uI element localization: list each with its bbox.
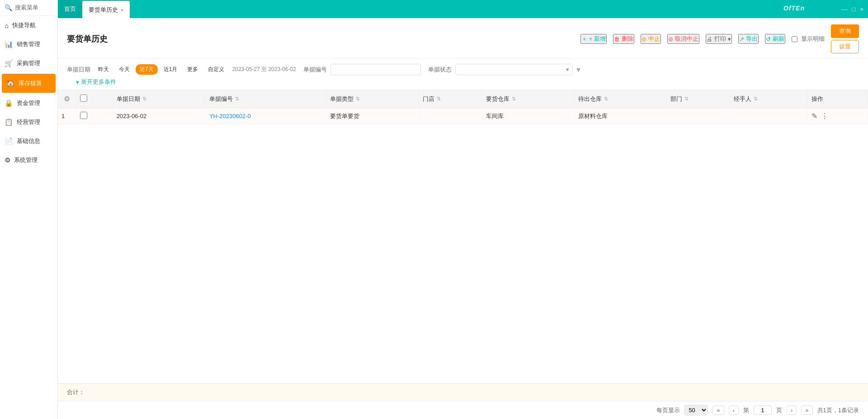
column-settings-icon[interactable]: ⚙ xyxy=(64,95,70,103)
tab-home-label: 首页 xyxy=(64,5,76,13)
prev-page-button[interactable]: ‹ xyxy=(729,405,739,415)
toolbar: ＋ + 新增 🗑 删除 ⊘ 中止 ⊘ 取消中止 🖨 打印 xyxy=(580,24,859,53)
row-pending-warehouse: 原材料仓库 xyxy=(574,108,666,124)
data-table: ⚙ 单据日期 ⇅ 单据编号 xyxy=(58,90,868,124)
sidebar-item-quick-nav[interactable]: ⌂ 快捷导航 xyxy=(0,16,57,35)
row-handler xyxy=(730,108,808,124)
tab-home[interactable]: 首页 xyxy=(58,0,82,18)
col-checkbox-header xyxy=(76,90,113,108)
print-icon: 🖨 xyxy=(707,36,712,43)
query-button[interactable]: 查询 xyxy=(831,24,859,38)
col-action-header: 操作 xyxy=(808,90,868,108)
cart-icon: 🛒 xyxy=(5,59,13,67)
more-action-icon[interactable]: ⋮ xyxy=(821,112,828,120)
sort-store-icon: ⇅ xyxy=(437,96,441,102)
sidebar-item-label: 资金管理 xyxy=(17,99,40,107)
date-btn-yesterday[interactable]: 昨天 xyxy=(94,64,113,75)
refresh-button[interactable]: ↺ 刷新 xyxy=(765,34,785,44)
maximize-button[interactable]: □ xyxy=(852,6,856,13)
page-size-select[interactable]: 20 50 100 xyxy=(684,405,708,415)
sidebar-item-system[interactable]: ⚙ 系统管理 xyxy=(0,151,57,170)
content-area: 要货单历史 ＋ + 新增 🗑 删除 ⊘ 中止 ⊘ 取消中止 xyxy=(58,18,868,419)
delete-button[interactable]: 🗑 删除 xyxy=(613,34,634,44)
row-select-checkbox[interactable] xyxy=(80,112,87,119)
date-btn-more[interactable]: 更多 xyxy=(183,64,202,75)
summary-label: 合计： xyxy=(67,388,85,396)
row-number-link[interactable]: YH-20230602-0 xyxy=(209,113,251,119)
doc-number-label: 单据编号 xyxy=(303,66,327,74)
col-handler-header[interactable]: 经手人 ⇅ xyxy=(730,90,808,108)
col-number-header[interactable]: 单据编号 ⇅ xyxy=(205,90,326,108)
page-title: 要货单历史 xyxy=(67,33,108,44)
col-pending-warehouse-header[interactable]: 待出仓库 ⇅ xyxy=(574,90,666,108)
pagination: 每页显示 20 50 100 « ‹ 第 页 › » 共1页，1条记录 xyxy=(58,401,868,419)
page-header: 要货单历史 ＋ + 新增 🗑 删除 ⊘ 中止 ⊘ 取消中止 xyxy=(58,18,868,58)
tab-close-icon[interactable]: × xyxy=(121,7,123,13)
search-menu[interactable]: 🔍 搜索菜单 xyxy=(0,0,57,16)
sidebar-item-basic-info[interactable]: 📄 基础信息 xyxy=(0,132,57,151)
doc-status-select[interactable] xyxy=(455,64,573,75)
sidebar-item-finance[interactable]: 🔒 资金管理 xyxy=(0,94,57,113)
settings-button[interactable]: 设置 xyxy=(831,40,859,53)
col-req-warehouse-header[interactable]: 要货仓库 ⇅ xyxy=(482,90,574,108)
first-page-button[interactable]: « xyxy=(712,405,724,415)
doc-status-label: 单据状态 xyxy=(428,66,452,74)
table-row: 1 2023-06-02 YH-20230602-0 要货单要货 车间库 原材料… xyxy=(58,108,868,124)
cancel-stop-button[interactable]: ⊘ 取消中止 xyxy=(667,34,699,44)
stop-button[interactable]: ⊘ 中止 xyxy=(641,34,661,44)
close-window-button[interactable]: × xyxy=(860,6,863,13)
col-department-header[interactable]: 部门 ⇅ xyxy=(666,90,730,108)
doc-status-clear-icon[interactable]: ▾ xyxy=(576,65,580,75)
date-btn-custom[interactable]: 自定义 xyxy=(204,64,228,75)
show-detail-toggle[interactable]: 显示明细 xyxy=(792,35,825,43)
col-date-header[interactable]: 单据日期 ⇅ xyxy=(113,90,205,108)
row-req-warehouse: 车间库 xyxy=(482,108,574,124)
main-area: 首页 要货单历史 × OfTEn — □ × 要货单历史 ＋ + 新增 🗑 删除 xyxy=(58,0,868,419)
inventory-icon: 🏠 xyxy=(6,79,15,87)
add-button[interactable]: ＋ + 新增 xyxy=(580,34,607,44)
date-range-display: 2023-05-27 至 2023-06-02 xyxy=(232,66,296,73)
sidebar-item-operations[interactable]: 📋 经营管理 xyxy=(0,113,57,132)
sidebar-item-label: 销售管理 xyxy=(17,40,40,48)
sidebar-item-inventory[interactable]: 🏠 库存核算 xyxy=(2,74,56,93)
last-page-button[interactable]: » xyxy=(801,405,812,415)
row-department xyxy=(666,108,730,124)
page-number-input[interactable] xyxy=(754,405,772,415)
filter-area: 单据日期 昨天 今天 近7天 近1月 更多 自定义 2023-05-27 至 2… xyxy=(58,58,868,90)
date-btn-today[interactable]: 今天 xyxy=(115,64,134,75)
sort-department-icon: ⇅ xyxy=(684,96,689,102)
sidebar: 🔍 搜索菜单 ⌂ 快捷导航 📊 销售管理 🛒 采购管理 🏠 库存核算 🔒 资金管… xyxy=(0,0,58,419)
export-button[interactable]: ↗ 导出 xyxy=(738,34,759,44)
expand-icon: ▾ xyxy=(76,79,79,86)
sort-req-warehouse-icon: ⇅ xyxy=(512,96,516,102)
date-btn-last7days[interactable]: 近7天 xyxy=(136,64,158,75)
edit-icon[interactable]: ✎ xyxy=(811,112,817,120)
minimize-button[interactable]: — xyxy=(842,6,848,13)
row-date: 2023-06-02 xyxy=(113,108,205,124)
next-page-button[interactable]: › xyxy=(787,405,797,415)
row-action: ✎ ⋮ xyxy=(808,108,868,124)
date-filter-label: 单据日期 xyxy=(67,66,90,74)
sidebar-item-label: 系统管理 xyxy=(14,156,38,164)
expand-more[interactable]: ▾ 展开更多条件 xyxy=(67,75,859,86)
sidebar-item-sales[interactable]: 📊 销售管理 xyxy=(0,35,57,54)
sort-pending-warehouse-icon: ⇅ xyxy=(604,96,608,102)
show-detail-checkbox[interactable] xyxy=(792,36,797,42)
doc-number-input[interactable] xyxy=(330,64,421,75)
select-all-checkbox[interactable] xyxy=(80,95,87,102)
export-icon: ↗ xyxy=(739,36,744,43)
date-btn-last-month[interactable]: 近1月 xyxy=(160,64,182,75)
total-info: 共1页，1条记录 xyxy=(817,406,859,414)
col-type-header[interactable]: 单据类型 ⇅ xyxy=(326,90,419,108)
row-store xyxy=(419,108,482,124)
sidebar-item-purchase[interactable]: 🛒 采购管理 xyxy=(0,54,57,73)
row-number: YH-20230602-0 xyxy=(205,108,326,124)
print-button[interactable]: 🖨 打印 ▾ xyxy=(706,34,732,44)
home-icon: ⌂ xyxy=(5,22,9,29)
tab-requisition-label: 要货单历史 xyxy=(89,6,118,14)
tab-requisition-history[interactable]: 要货单历史 × xyxy=(82,1,130,19)
col-store-header[interactable]: 门店 ⇅ xyxy=(419,90,482,108)
add-icon: ＋ xyxy=(581,35,587,43)
doc-number-filter-group: 单据编号 xyxy=(303,64,421,75)
row-seq: 1 xyxy=(58,108,76,124)
